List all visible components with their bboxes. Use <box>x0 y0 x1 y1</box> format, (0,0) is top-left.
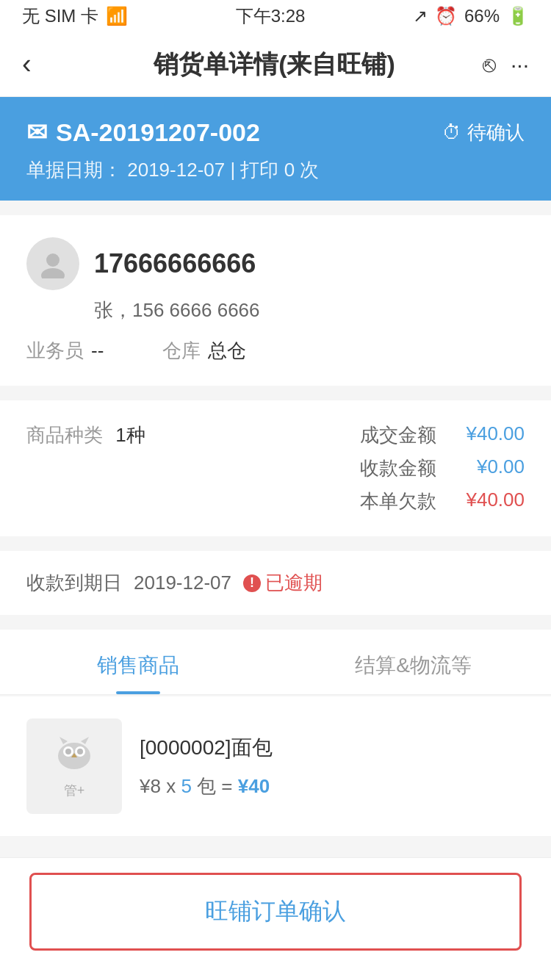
warehouse-label: 仓库 <box>162 338 201 364</box>
status-time: 下午3:28 <box>236 4 306 28</box>
product-name: [0000002]面包 <box>140 734 525 762</box>
bottom-bar: 旺铺订单确认 <box>0 857 551 980</box>
debt-amount-value: ¥40.00 <box>451 489 525 514</box>
product-item: 管+ [0000002]面包 ¥8 x 5 包 = ¥40 <box>0 696 551 836</box>
svg-point-5 <box>65 749 71 754</box>
product-multiply: x <box>166 775 181 797</box>
product-thumb-inner: 管+ <box>48 734 100 799</box>
warehouse-value: 总仓 <box>208 338 246 364</box>
tabs-row: 销售商品 结算&物流等 <box>0 630 551 695</box>
battery-text: 66% <box>464 6 500 26</box>
header-card-top: ✉ SA-20191207-002 ⏱ 待确认 <box>26 118 525 147</box>
print-info: 打印 0 次 <box>240 159 319 181</box>
back-button[interactable]: ‹ <box>22 48 66 80</box>
wifi-icon: 📶 <box>106 6 128 26</box>
page-title: 销货单详情(来自旺铺) <box>66 48 483 82</box>
warehouse-info: 仓库 总仓 <box>162 338 246 364</box>
alarm-icon: ⏰ <box>435 6 457 26</box>
received-amount-value: ¥0.00 <box>451 455 525 481</box>
status-left: 无 SIM 卡 📶 <box>22 4 128 28</box>
order-header-card: ✉ SA-20191207-002 ⏱ 待确认 单据日期： 2019-12-07… <box>0 97 551 201</box>
product-brand-text: 管+ <box>48 782 100 799</box>
tab-products[interactable]: 销售商品 <box>0 630 276 694</box>
deal-amount-row: 成交金额 ¥40.00 <box>360 422 525 448</box>
order-date-info: 单据日期： 2019-12-07 | 打印 0 次 <box>26 157 525 183</box>
svg-point-6 <box>77 749 83 754</box>
product-type-value: 1种 <box>115 424 145 446</box>
received-amount-row: 收款金额 ¥0.00 <box>360 455 525 481</box>
due-date-section: 收款到期日 2019-12-07 ! 已逾期 <box>0 551 551 615</box>
status-clock-icon: ⏱ <box>442 121 461 144</box>
share-icon[interactable]: ⎋ <box>483 52 496 77</box>
summary-section: 商品种类 1种 成交金额 ¥40.00 收款金额 ¥0.00 本单欠款 ¥40.… <box>0 400 551 536</box>
avatar <box>26 237 79 290</box>
status-text: 待确认 <box>467 120 525 145</box>
due-date-label: 收款到期日 <box>26 570 122 596</box>
status-bar: 无 SIM 卡 📶 下午3:28 ↗ ⏰ 66% 🔋 <box>0 0 551 32</box>
product-section: 管+ [0000002]面包 ¥8 x 5 包 = ¥40 <box>0 696 551 836</box>
product-unit-price: ¥8 <box>140 775 161 797</box>
product-info: [0000002]面包 ¥8 x 5 包 = ¥40 <box>140 734 525 799</box>
deal-amount-label: 成交金额 <box>360 422 436 448</box>
product-price: ¥8 x 5 包 = ¥40 <box>140 774 525 799</box>
tabs-section: 销售商品 结算&物流等 <box>0 630 551 695</box>
product-unit: 包 <box>197 775 216 797</box>
amount-summary: 成交金额 ¥40.00 收款金额 ¥0.00 本单欠款 ¥40.00 <box>360 422 525 514</box>
date-separator: | <box>230 159 240 181</box>
product-type: 商品种类 1种 <box>26 422 145 448</box>
product-qty: 5 <box>181 775 191 797</box>
confirm-button[interactable]: 旺铺订单确认 <box>29 873 522 951</box>
order-id-icon: ✉ <box>26 118 47 147</box>
customer-meta: 业务员 -- 仓库 总仓 <box>26 338 525 364</box>
debt-amount-label: 本单欠款 <box>360 489 436 514</box>
tab-settlement[interactable]: 结算&物流等 <box>276 630 551 694</box>
order-id: ✉ SA-20191207-002 <box>26 118 260 147</box>
svg-point-1 <box>41 268 65 278</box>
order-status: ⏱ 待确认 <box>442 120 525 145</box>
sales-info: 业务员 -- <box>26 338 104 364</box>
svg-marker-8 <box>60 737 68 744</box>
received-amount-label: 收款金额 <box>360 455 436 481</box>
more-icon[interactable]: ··· <box>511 52 529 77</box>
customer-name: 张，156 6666 6666 <box>26 298 525 323</box>
nav-bar: ‹ 销货单详情(来自旺铺) ⎋ ··· <box>0 32 551 97</box>
product-type-label: 商品种类 <box>26 424 103 446</box>
debt-amount-row: 本单欠款 ¥40.00 <box>360 489 525 514</box>
location-icon: ↗ <box>413 6 428 26</box>
status-right: ↗ ⏰ 66% 🔋 <box>413 6 529 26</box>
sales-value: -- <box>91 339 104 362</box>
battery-icon: 🔋 <box>507 6 529 26</box>
carrier-text: 无 SIM 卡 <box>22 4 98 28</box>
svg-marker-9 <box>81 737 89 744</box>
date-label: 单据日期： <box>26 159 122 181</box>
order-id-text: SA-20191207-002 <box>56 118 260 147</box>
sales-label: 业务员 <box>26 338 84 364</box>
date-value: 2019-12-07 <box>127 159 225 181</box>
product-equals: = <box>221 775 237 797</box>
customer-row: 17666666666 <box>26 237 525 290</box>
product-total: ¥40 <box>238 775 270 797</box>
product-thumbnail: 管+ <box>26 718 122 814</box>
customer-phone: 17666666666 <box>94 248 256 279</box>
nav-actions: ⎋ ··· <box>483 52 529 77</box>
overdue-dot-icon: ! <box>243 574 261 592</box>
customer-section: 17666666666 张，156 6666 6666 业务员 -- 仓库 总仓 <box>0 215 551 386</box>
svg-point-0 <box>46 253 60 267</box>
due-date-value: 2019-12-07 <box>134 572 231 594</box>
deal-amount-value: ¥40.00 <box>451 422 525 448</box>
overdue-text: 已逾期 <box>265 570 323 596</box>
overdue-badge: ! 已逾期 <box>243 570 323 596</box>
